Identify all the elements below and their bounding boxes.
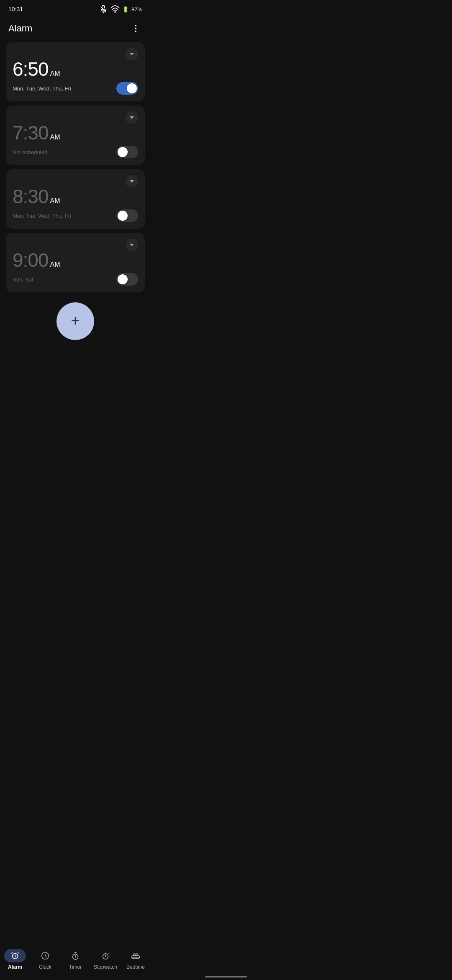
plus-icon: + [71, 313, 80, 328]
alarm-3-toggle[interactable] [116, 209, 138, 222]
alarm-1-time: 6:50 [13, 59, 49, 79]
alarm-2-bottom-row: Not scheduled [13, 146, 138, 158]
more-dots-icon [135, 25, 136, 32]
status-time: 10:31 [8, 6, 23, 13]
alarm-1-schedule: Mon, Tue, Wed, Thu, Fri [13, 85, 71, 92]
alarm-2-toggle-thumb [118, 147, 128, 157]
alarm-2-expand-button[interactable] [126, 111, 138, 124]
wifi-icon [110, 5, 120, 14]
alarm-1-bottom-row: Mon, Tue, Wed, Thu, Fri [13, 82, 138, 95]
app-header: Alarm [0, 17, 151, 42]
alarm-4-time-row: 9:00 AM [13, 250, 138, 270]
chevron-down-icon [130, 244, 134, 246]
chevron-down-icon [130, 116, 134, 119]
battery-percent: 87% [131, 6, 142, 13]
page-title: Alarm [8, 23, 32, 34]
alarm-1-time-row: 6:50 AM [13, 59, 138, 79]
alarm-3-toggle-thumb [118, 211, 128, 221]
alarm-4-toggle[interactable] [116, 273, 138, 286]
alarm-4-schedule: Sun, Sat [13, 276, 33, 283]
alarm-1-expand-button[interactable] [126, 48, 138, 60]
alarm-2-time-row: 7:30 AM [13, 123, 138, 142]
fab-container: + [0, 302, 151, 340]
chevron-down-icon [130, 53, 134, 55]
alarm-3-expand-button[interactable] [126, 175, 138, 188]
alarm-3-schedule: Mon, Tue, Wed, Thu, Fri [13, 213, 71, 219]
alarm-2-ampm: AM [50, 134, 60, 141]
alarm-3-bottom-row: Mon, Tue, Wed, Thu, Fri [13, 209, 138, 222]
battery-icon: 🔋 [122, 6, 129, 13]
alarm-3-ampm: AM [50, 197, 60, 205]
alarm-2-toggle[interactable] [116, 146, 138, 158]
alarms-list: 6:50 AM Mon, Tue, Wed, Thu, Fri 7:30 AM … [0, 42, 151, 292]
add-alarm-button[interactable]: + [56, 302, 94, 340]
status-icons: 🔋 87% [99, 5, 142, 14]
alarm-2-time: 7:30 [13, 123, 49, 142]
mute-icon [99, 5, 108, 14]
alarm-4-bottom-row: Sun, Sat [13, 273, 138, 286]
more-options-button[interactable] [129, 22, 142, 35]
alarm-2-schedule: Not scheduled [13, 149, 47, 155]
alarm-1-toggle[interactable] [116, 82, 138, 95]
alarm-4-toggle-thumb [118, 274, 128, 284]
status-bar: 10:31 🔋 87% [0, 0, 151, 17]
alarm-card-1: 6:50 AM Mon, Tue, Wed, Thu, Fri [6, 42, 145, 101]
chevron-down-icon [130, 180, 134, 183]
alarm-4-ampm: AM [50, 261, 60, 268]
alarm-1-ampm: AM [50, 70, 60, 77]
alarm-3-time-row: 8:30 AM [13, 187, 138, 206]
alarm-3-time: 8:30 [13, 187, 49, 206]
alarm-card-2: 7:30 AM Not scheduled [6, 106, 145, 165]
alarm-1-toggle-thumb [127, 83, 137, 93]
alarm-4-expand-button[interactable] [126, 239, 138, 251]
alarm-card-4: 9:00 AM Sun, Sat [6, 233, 145, 292]
alarm-card-3: 8:30 AM Mon, Tue, Wed, Thu, Fri [6, 169, 145, 229]
alarm-4-time: 9:00 [13, 250, 49, 270]
